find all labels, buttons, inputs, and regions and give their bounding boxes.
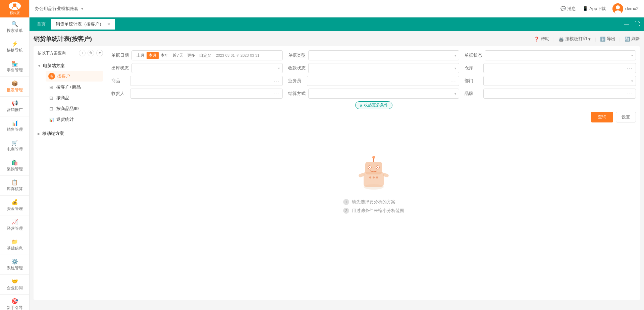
mobile-scheme-group: ▶ 移动端方案 xyxy=(34,128,107,141)
date-tab-this-year[interactable]: 本年 xyxy=(159,52,171,59)
department-control[interactable]: ▾ xyxy=(483,76,636,86)
help-icon: ❓ xyxy=(534,37,539,42)
operations-icon: 📈 xyxy=(11,219,18,225)
sidebar-item-marketing[interactable]: 📢 营销推广 xyxy=(0,97,29,116)
topbar: 办公用品行业模拟账套 ▾ 💬 消息 📱 App下载 demo2 xyxy=(30,0,644,17)
sidebar-item-label: 电商管理 xyxy=(7,147,23,152)
date-tabs: 上月 本月 本年 近7天 更多 自定义 xyxy=(135,52,213,59)
print-icon: 🖨️ xyxy=(558,37,564,42)
warehouse-control[interactable]: ··· xyxy=(483,63,636,73)
tab-sales-stats[interactable]: 销货单统计表（按客户） ✕ xyxy=(51,19,115,30)
department-arrow-icon: ▾ xyxy=(631,79,633,83)
divider-1: | xyxy=(553,37,554,42)
order-type-control[interactable]: ▾ xyxy=(308,50,460,60)
date-tab-last-7-days[interactable]: 近7天 xyxy=(171,52,185,59)
tab-home[interactable]: 首页 xyxy=(32,19,50,30)
main-area: 办公用品行业模拟账套 ▾ 💬 消息 📱 App下载 demo2 首页 xyxy=(30,0,644,310)
goods-dots-icon: ··· xyxy=(274,78,280,84)
tab-close-icon[interactable]: ✕ xyxy=(107,22,110,27)
sidebar-item-search[interactable]: 🔍 搜索菜单 xyxy=(0,17,29,37)
system-icon: ⚙️ xyxy=(11,258,18,265)
sidebar-item-sales[interactable]: 📊 销售管理 xyxy=(0,116,29,136)
settlement-control[interactable]: ▾ xyxy=(308,89,460,99)
chart-icon: ⊞ xyxy=(48,84,54,90)
tip-num-2: 2 xyxy=(343,208,349,214)
order-status-control[interactable]: ▾ xyxy=(485,50,636,60)
tab-minimize-button[interactable]: — xyxy=(623,20,631,28)
scheme-refund-stats[interactable]: 📊 退货统计 xyxy=(46,114,103,124)
query-button[interactable]: 查询 xyxy=(591,112,613,122)
sidebar-item-label: 搜索菜单 xyxy=(7,28,23,34)
sidebar-item-quick-nav[interactable]: ⚡ 快捷导航 xyxy=(0,37,29,57)
industry-dropdown-icon[interactable]: ▾ xyxy=(81,6,83,11)
collapse-filters-button[interactable]: ∧ 收起更多条件 xyxy=(355,101,392,109)
tab-maximize-button[interactable]: ⛶ xyxy=(633,20,641,28)
receive-status-control[interactable]: ▾ xyxy=(308,63,460,73)
scheme-by-goods-99[interactable]: ⊟ 按商品品99 xyxy=(46,104,103,114)
empty-illustration xyxy=(354,153,394,194)
salesperson-label: 业务员 xyxy=(288,78,304,84)
refresh-button[interactable]: 🔄 刷新 xyxy=(625,36,640,42)
user-avatar xyxy=(612,3,623,14)
sidebar-item-ecommerce[interactable]: 🛒 电商管理 xyxy=(0,136,29,156)
app-download-label: App下载 xyxy=(589,6,606,12)
user-info[interactable]: demo2 xyxy=(612,3,639,14)
help-button[interactable]: ❓ 帮助 xyxy=(534,36,549,42)
sidebar-item-finance[interactable]: 💰 资金管理 xyxy=(0,196,29,215)
date-tab-more[interactable]: 更多 xyxy=(185,52,197,59)
scheme-by-customer-goods[interactable]: ⊞ 按客户+商品 xyxy=(46,82,103,92)
marketing-icon: 📢 xyxy=(11,100,18,106)
sidebar-item-system[interactable]: ⚙️ 系统管理 xyxy=(0,255,29,275)
scheme-by-customer[interactable]: 客 按客户 xyxy=(46,71,103,82)
receiver-dots-icon: ··· xyxy=(274,91,280,96)
date-tab-this-month[interactable]: 本月 xyxy=(147,52,159,59)
warehouse-dots-icon: ··· xyxy=(627,65,633,71)
collapse-label: 收起更多条件 xyxy=(364,102,388,108)
sidebar-item-wholesale[interactable]: 📦 批发管理 xyxy=(0,77,29,97)
wholesale-icon: 📦 xyxy=(11,80,18,87)
right-panel: 单据日期 上月 本月 本年 近7天 更多 自定义 2023-03-01 至 20… xyxy=(107,46,640,300)
scheme-by-goods[interactable]: ⊟ 按商品 xyxy=(46,93,103,103)
scheme-by-goods-99-label: 按商品品99 xyxy=(56,106,78,112)
desktop-scheme-group-header[interactable]: ▼ 电脑端方案 xyxy=(38,63,103,69)
sidebar-item-collab[interactable]: 🤝 企业协同 xyxy=(0,275,29,295)
table-icon-1: ⊟ xyxy=(48,95,54,101)
brand-control[interactable]: ··· xyxy=(483,89,636,99)
svg-point-10 xyxy=(377,167,378,168)
page-actions: ❓ 帮助 | 🖨️ 按模板打印 ▾ | ⬇️ 导出 | 🔄 刷新 xyxy=(534,36,640,42)
collapse-icon: ∧ xyxy=(360,103,363,108)
out-status-control[interactable]: ▾ xyxy=(131,63,283,73)
date-filter-control[interactable]: 上月 本月 本年 近7天 更多 自定义 2023-03-01 至 2023-03… xyxy=(131,50,283,60)
warehouse-filter-row: 仓库 ··· xyxy=(465,63,636,73)
sidebar-item-label: 企业协同 xyxy=(7,285,23,291)
mobile-scheme-group-header[interactable]: ▶ 移动端方案 xyxy=(38,131,103,137)
receiver-control[interactable]: ··· xyxy=(130,89,283,99)
empty-tips: 1 请先选择要分析的方案 2 用过滤条件来缩小分析范围 xyxy=(343,199,404,214)
sidebar: 标账版 🔍 搜索菜单 ⚡ 快捷导航 🏪 零售管理 📦 批发管理 📢 营销推广 📊… xyxy=(0,0,30,310)
export-button[interactable]: ⬇️ 导出 xyxy=(600,36,615,42)
print-button[interactable]: 🖨️ 按模板打印 ▾ xyxy=(558,36,591,42)
sidebar-item-retail[interactable]: 🏪 零售管理 xyxy=(0,57,29,77)
date-tab-custom[interactable]: 自定义 xyxy=(197,52,213,59)
settings-button[interactable]: 设置 xyxy=(616,112,636,122)
logo-icon xyxy=(9,2,21,10)
app-download-button[interactable]: 📱 App下载 xyxy=(583,6,606,12)
date-tab-last-month[interactable]: 上月 xyxy=(135,52,147,59)
sidebar-item-base-info[interactable]: 📁 基础信息 xyxy=(0,235,29,255)
message-button[interactable]: 💬 消息 xyxy=(560,6,576,12)
svg-point-17 xyxy=(376,176,378,178)
collapse-panel-button[interactable]: « xyxy=(96,50,103,56)
mobile-scheme-label: 移动端方案 xyxy=(42,131,64,137)
sidebar-item-operations[interactable]: 📈 经营管理 xyxy=(0,215,29,235)
svg-point-16 xyxy=(373,176,375,178)
sidebar-item-label: 系统管理 xyxy=(7,265,23,271)
sidebar-item-guide[interactable]: 🎯 新手引导 xyxy=(0,295,29,310)
message-label: 消息 xyxy=(567,6,576,12)
add-scheme-button[interactable]: + xyxy=(79,50,86,56)
sidebar-item-purchase[interactable]: 🛍️ 采购管理 xyxy=(0,156,29,176)
edit-scheme-button[interactable]: ✎ xyxy=(88,50,94,56)
table-icon-2: ⊟ xyxy=(48,106,54,112)
goods-control[interactable]: ··· xyxy=(130,76,283,86)
salesperson-control[interactable]: ··· xyxy=(307,76,460,86)
sidebar-item-inventory[interactable]: 📋 库存核算 xyxy=(0,176,29,196)
